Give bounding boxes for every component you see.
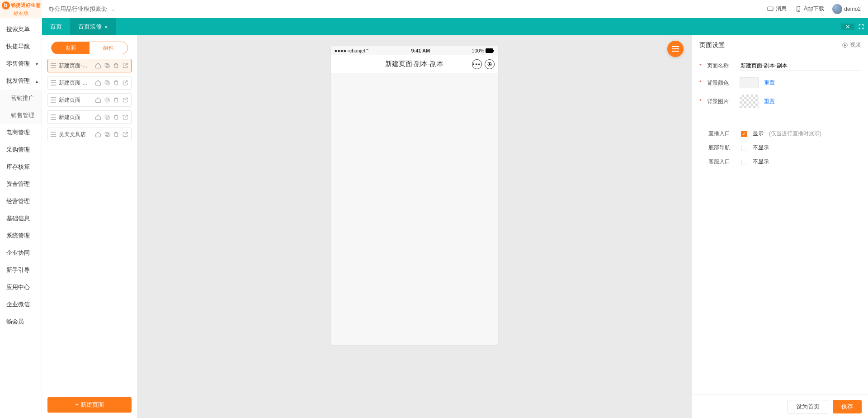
bg-image-reset[interactable]: 重置 bbox=[764, 98, 775, 105]
copy-icon[interactable] bbox=[104, 131, 110, 138]
home-icon[interactable] bbox=[95, 114, 101, 120]
close-all-tabs-button[interactable] bbox=[841, 24, 854, 30]
video-help-link[interactable]: 视频 bbox=[842, 41, 861, 49]
tab-首页装修[interactable]: 首页装修× bbox=[70, 18, 116, 35]
new-page-button[interactable]: + 新建页面 bbox=[47, 397, 132, 413]
phone-body[interactable] bbox=[331, 73, 498, 345]
external-icon[interactable] bbox=[122, 80, 128, 86]
tab-strip: 首页首页装修× bbox=[42, 18, 868, 35]
tab-首页[interactable]: 首页 bbox=[42, 18, 70, 35]
page-item-1[interactable]: 新建页面-副本 bbox=[47, 76, 132, 90]
home-icon[interactable] bbox=[95, 62, 101, 69]
page-item-name: 新建页面-副本-... bbox=[59, 62, 92, 70]
page-item-2[interactable]: 新建页面 bbox=[47, 93, 132, 107]
brand-logo[interactable]: b 畅捷通好生意 标准版 bbox=[0, 0, 42, 18]
nav-item-17[interactable]: 畅会员 bbox=[0, 313, 42, 330]
delete-icon[interactable] bbox=[113, 80, 119, 86]
page-item-3[interactable]: 新建页面 bbox=[47, 110, 132, 124]
brand-main: 畅捷通好生意 bbox=[11, 2, 41, 9]
copy-icon[interactable] bbox=[104, 97, 110, 103]
nav-item-11[interactable]: 基础信息 bbox=[0, 210, 42, 227]
external-icon[interactable] bbox=[122, 131, 128, 138]
bg-color-swatch[interactable] bbox=[740, 77, 759, 88]
nav-item-8[interactable]: 库存核算 bbox=[0, 158, 42, 176]
cs-label: 客服入口 bbox=[708, 158, 736, 166]
nav-item-15[interactable]: 应用中心 bbox=[0, 279, 42, 296]
page-item-name: 新建页面 bbox=[59, 114, 92, 121]
delete-icon[interactable] bbox=[113, 114, 119, 120]
nav-item-label: 采购管理 bbox=[6, 146, 30, 154]
row-bg-color: * 背景颜色 重置 bbox=[699, 77, 861, 88]
nav-item-5[interactable]: 销售管理 bbox=[0, 107, 42, 124]
svg-rect-6 bbox=[105, 81, 108, 84]
nav-item-0[interactable]: 搜索菜单 bbox=[0, 21, 42, 38]
copy-icon[interactable] bbox=[104, 62, 110, 69]
nav-item-3[interactable]: 批发管理▴ bbox=[0, 72, 42, 90]
segment-component[interactable]: 组件 bbox=[90, 42, 127, 54]
close-icon[interactable]: × bbox=[104, 24, 108, 30]
nav-item-label: 资金管理 bbox=[6, 180, 30, 188]
nav-item-label: 电商管理 bbox=[6, 128, 30, 137]
segment-page[interactable]: 页面 bbox=[52, 42, 90, 54]
delete-icon[interactable] bbox=[113, 131, 119, 138]
bg-image-picker[interactable] bbox=[740, 95, 759, 108]
page-name-input[interactable] bbox=[740, 61, 861, 71]
drag-icon[interactable] bbox=[51, 63, 56, 68]
caret-icon: ▾ bbox=[36, 62, 38, 66]
home-icon[interactable] bbox=[95, 97, 101, 103]
nav-item-9[interactable]: 资金管理 bbox=[0, 176, 42, 193]
nav-item-13[interactable]: 企业协同 bbox=[0, 244, 42, 261]
nav-item-2[interactable]: 零售管理▾ bbox=[0, 55, 42, 72]
nav-item-12[interactable]: 系统管理 bbox=[0, 227, 42, 244]
drag-icon[interactable] bbox=[51, 114, 56, 120]
messages-link[interactable]: 消息 bbox=[767, 5, 787, 13]
nav-item-6[interactable]: 电商管理 bbox=[0, 124, 42, 141]
nav-item-14[interactable]: 新手引导 bbox=[0, 261, 42, 279]
bg-color-label: 背景颜色 bbox=[707, 79, 734, 87]
company-selector[interactable]: 办公用品行业模拟账套 ⌄ bbox=[48, 5, 116, 13]
external-icon[interactable] bbox=[122, 97, 128, 103]
fullscreen-button[interactable] bbox=[854, 24, 868, 30]
fullscreen-icon bbox=[858, 24, 864, 30]
home-icon[interactable] bbox=[95, 131, 101, 138]
copy-icon[interactable] bbox=[104, 80, 110, 86]
nav-item-1[interactable]: 快捷导航 bbox=[0, 38, 42, 55]
delete-icon[interactable] bbox=[113, 97, 119, 103]
set-home-button[interactable]: 设为首页 bbox=[788, 400, 828, 413]
cs-checkbox[interactable] bbox=[741, 159, 747, 165]
page-item-name: 昊天文具店 bbox=[59, 131, 92, 138]
page-item-4[interactable]: 昊天文具店 bbox=[47, 128, 132, 141]
live-checkbox[interactable]: ✓ bbox=[741, 131, 747, 137]
nav-item-10[interactable]: 经营管理 bbox=[0, 193, 42, 210]
home-icon[interactable] bbox=[95, 80, 101, 86]
nav-item-16[interactable]: 企业微信 bbox=[0, 296, 42, 313]
row-page-name: * 页面名称 bbox=[699, 61, 861, 71]
bg-color-reset[interactable]: 重置 bbox=[764, 79, 775, 87]
live-show-label: 显示 bbox=[753, 130, 764, 138]
drag-icon[interactable] bbox=[51, 80, 56, 86]
copy-icon[interactable] bbox=[104, 114, 110, 120]
drag-icon[interactable] bbox=[51, 132, 56, 137]
company-name: 办公用品行业模拟账套 bbox=[48, 5, 107, 13]
svg-rect-3 bbox=[106, 65, 109, 68]
delete-icon[interactable] bbox=[113, 62, 119, 69]
external-icon[interactable] bbox=[122, 62, 128, 69]
bottom-nav-opt: 不显示 bbox=[753, 144, 769, 152]
floating-menu-button[interactable] bbox=[667, 41, 684, 57]
phone-time: 9:41 AM bbox=[369, 48, 472, 53]
nav-item-4[interactable]: 营销推广 bbox=[0, 90, 42, 107]
external-icon[interactable] bbox=[122, 114, 128, 120]
svg-rect-14 bbox=[493, 50, 494, 52]
bottom-nav-checkbox[interactable] bbox=[741, 145, 747, 151]
phone-more-button[interactable]: ••• bbox=[472, 59, 482, 69]
phone-header: 新建页面-副本-副本 ••• bbox=[331, 55, 498, 73]
phone-target-button[interactable] bbox=[485, 59, 495, 69]
app-download-link[interactable]: App下载 bbox=[795, 5, 824, 13]
user-menu[interactable]: demo2 bbox=[832, 4, 861, 14]
page-item-0[interactable]: 新建页面-副本-... bbox=[47, 59, 132, 72]
nav-item-label: 企业协同 bbox=[6, 249, 30, 257]
drag-icon[interactable] bbox=[51, 97, 56, 103]
nav-item-7[interactable]: 采购管理 bbox=[0, 141, 42, 158]
save-button[interactable]: 保存 bbox=[833, 400, 862, 413]
nav-item-label: 搜索菜单 bbox=[6, 25, 30, 33]
